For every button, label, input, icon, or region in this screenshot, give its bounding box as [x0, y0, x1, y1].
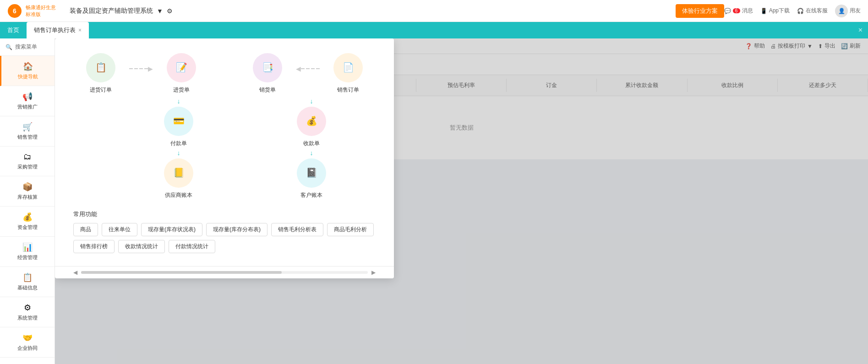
func-btn-stock-status[interactable]: 现存量(库存状况表) — [141, 223, 202, 236]
customer-ledger-label: 客户账本 — [300, 191, 322, 199]
purchase-icon: 🗂 — [23, 152, 32, 162]
customer-ledger-icon: 📓 — [303, 164, 320, 182]
headset-icon: 🎧 — [797, 8, 804, 14]
sidebar-item-inventory[interactable]: 📦 库存核算 — [0, 176, 55, 206]
svg-text:📄: 📄 — [343, 62, 354, 73]
popup-overlay: 📋 进货订单 — [55, 38, 868, 364]
logo-text: 畅康通好生意 标准版 — [26, 4, 56, 17]
sales-tab-label: 销售订单执行表 — [34, 26, 76, 34]
func-buttons-row1: 商品 往来单位 现存量(库存状况表) 现存量(库存分布表) 销售毛利分析表 商品… — [73, 223, 376, 236]
enterprise-icon: 🤝 — [22, 333, 33, 343]
supplier-ledger-icon: 📒 — [170, 164, 187, 182]
online-service-button[interactable]: 🎧 在线客服 — [797, 7, 828, 15]
flow-node-payment[interactable]: 💳 付款单 — [151, 107, 206, 147]
flow-node-sales-order[interactable]: 📄 销售订单 — [321, 53, 376, 94]
receipt-icon: 💰 — [303, 113, 320, 130]
func-buttons-row2: 销售排行榜 收款情况统计 付款情况统计 — [73, 240, 376, 253]
scroll-left-icon[interactable]: ◀ — [73, 269, 77, 276]
svg-text:📋: 📋 — [95, 62, 107, 73]
sales-order-icon: 📄 — [339, 59, 357, 76]
flow-node-customer-ledger[interactable]: 📓 客户账本 — [284, 158, 339, 199]
try-button[interactable]: 体验行业方案 — [676, 4, 724, 18]
func-btn-partner[interactable]: 往来单位 — [102, 223, 137, 236]
sidebar-item-sales[interactable]: 🛒 销售管理 — [0, 116, 55, 147]
tab-close-icon[interactable]: × — [78, 27, 82, 33]
sidebar-label-sales: 销售管理 — [17, 134, 38, 141]
func-btn-receipt-stat[interactable]: 收款情况统计 — [118, 240, 165, 253]
sidebar-label-enterprise: 企业协同 — [17, 345, 38, 352]
user-avatar: 👤 — [835, 5, 848, 17]
supplier-ledger-label: 供应商账本 — [165, 191, 192, 199]
func-btn-stock-dist[interactable]: 现存量(库存分布表) — [206, 223, 267, 236]
message-badge: 6 — [733, 8, 740, 13]
sales-icon: 🛒 — [22, 122, 33, 132]
top-header: 6 畅康通好生意 标准版 装备及固定资产辅助管理系统 ▼ ⚙ 体验行业方案 💬 … — [0, 0, 868, 22]
flow-node-purchase-order[interactable]: 📋 进货订单 — [73, 53, 128, 94]
purchase-bill-icon: 📝 — [173, 59, 190, 76]
receipt-label: 收款单 — [303, 140, 320, 147]
popup-scrollbar: ◀ ▶ — [55, 266, 394, 278]
flow-node-purchase-bill[interactable]: 📝 进货单 — [154, 53, 209, 94]
scroll-right-icon[interactable]: ▶ — [371, 269, 376, 276]
svg-text:💳: 💳 — [173, 115, 185, 126]
sidebar-label-system: 系统管理 — [17, 315, 38, 321]
scroll-track[interactable] — [81, 271, 368, 274]
sales-bill-label: 销货单 — [259, 86, 276, 94]
sidebar-item-guide[interactable]: 📖 新手引导 — [0, 358, 55, 364]
content-area: ❓ 帮助 🖨 按模板打印 ▼ ⬆ 导出 🔄 刷新 — [55, 38, 868, 364]
func-btn-sales-rank[interactable]: 销售排行榜 — [73, 240, 115, 253]
header-right: 💬 6 消息 📱 App下载 🎧 在线客服 👤 用友 — [724, 5, 861, 17]
func-btn-sales-margin[interactable]: 销售毛利分析表 — [271, 223, 323, 236]
sidebar-label-marketing: 营销推广 — [17, 103, 38, 110]
flow-node-sales-bill[interactable]: 📑 销货单 — [240, 53, 295, 94]
func-btn-payment-stat[interactable]: 付款情况统计 — [169, 240, 215, 253]
sidebar-item-quick-nav[interactable]: 🏠 快捷导航 — [0, 56, 55, 86]
tab-home[interactable]: 首页 — [0, 22, 27, 38]
settings-icon[interactable]: ⚙ — [167, 7, 173, 15]
system-chevron-icon[interactable]: ▼ — [157, 7, 163, 15]
svg-text:📓: 📓 — [306, 167, 317, 178]
search-label: 搜索菜单 — [15, 43, 37, 51]
sidebar-label-finance: 资金管理 — [17, 224, 38, 231]
app-download-label: App下载 — [769, 7, 790, 15]
flow-node-supplier-ledger[interactable]: 📒 供应商账本 — [151, 158, 206, 199]
sidebar-item-enterprise[interactable]: 🤝 企业协同 — [0, 327, 55, 358]
tab-sales-order[interactable]: 销售订单执行表 × — [27, 22, 89, 38]
message-button[interactable]: 💬 6 消息 — [724, 7, 753, 15]
sidebar-item-basic[interactable]: 📋 基础信息 — [0, 267, 55, 297]
finance-icon: 💰 — [22, 212, 33, 222]
flow-node-receipt[interactable]: 💰 收款单 — [284, 107, 339, 147]
marketing-icon: 📢 — [22, 92, 33, 102]
func-btn-goods[interactable]: 商品 — [73, 223, 98, 236]
system-name-label: 装备及固定资产辅助管理系统 — [70, 7, 153, 15]
operation-icon: 📊 — [22, 242, 33, 252]
sidebar-item-operation[interactable]: 📊 经营管理 — [0, 237, 55, 267]
online-service-label: 在线客服 — [806, 7, 828, 15]
sidebar-item-purchase[interactable]: 🗂 采购管理 — [0, 147, 55, 176]
svg-text:📒: 📒 — [173, 167, 185, 178]
scroll-thumb — [81, 271, 282, 274]
payment-icon: 💳 — [170, 113, 187, 130]
tab-bar-close-icon[interactable]: × — [858, 26, 863, 34]
svg-text:6: 6 — [13, 7, 16, 15]
sales-order-label: 销售订单 — [337, 86, 359, 94]
home-icon: 🏠 — [23, 61, 33, 71]
basic-icon: 📋 — [22, 272, 33, 283]
sidebar-item-marketing[interactable]: 📢 营销推广 — [0, 86, 55, 116]
sidebar-item-finance[interactable]: 💰 资金管理 — [0, 206, 55, 237]
popup-panel: 📋 进货订单 — [55, 38, 394, 278]
message-icon: 💬 — [724, 8, 731, 14]
svg-text:📝: 📝 — [176, 62, 187, 73]
flow-area: 📋 进货订单 — [55, 38, 394, 210]
logo-area: 6 畅康通好生意 标准版 — [7, 4, 62, 18]
user-area[interactable]: 👤 用友 — [835, 5, 861, 17]
sidebar-label-operation: 经营管理 — [17, 254, 38, 261]
home-tab-label: 首页 — [7, 26, 19, 34]
func-btn-goods-margin[interactable]: 商品毛利分析 — [327, 223, 374, 236]
purchase-bill-label: 进货单 — [173, 86, 190, 94]
inventory-icon: 📦 — [22, 182, 33, 192]
sidebar-label-inventory: 库存核算 — [17, 194, 38, 201]
sidebar-search[interactable]: 🔍 搜索菜单 — [0, 38, 55, 56]
sidebar-item-system[interactable]: ⚙ 系统管理 — [0, 297, 55, 327]
app-download-button[interactable]: 📱 App下载 — [760, 7, 790, 15]
